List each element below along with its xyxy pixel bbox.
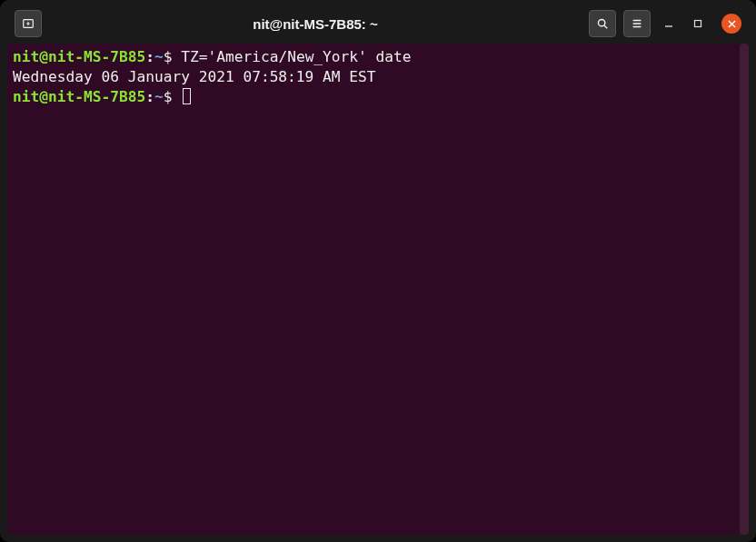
prompt-user-host: nit@nit-MS-7B85 [13,48,145,65]
prompt-user-host: nit@nit-MS-7B85 [13,88,145,105]
command-output: Wednesday 06 January 2021 07:58:19 AM ES… [13,67,743,87]
svg-point-1 [598,19,604,25]
prompt-separator: : [145,48,154,65]
titlebar: nit@nit-MS-7B85: ~ [4,4,752,44]
new-tab-button[interactable] [15,10,42,37]
prompt-symbol: $ [164,48,173,65]
scrollbar[interactable] [740,44,749,535]
prompt-path: ~ [154,88,164,105]
cursor [183,88,191,104]
prompt-line-1: nit@nit-MS-7B85:~$ TZ='America/New_York'… [13,47,743,67]
maximize-button[interactable] [687,13,709,34]
close-button[interactable] [721,14,741,34]
prompt-line-2: nit@nit-MS-7B85:~$ [13,87,743,107]
minimize-button[interactable] [658,13,680,34]
window-title: nit@nit-MS-7B85: ~ [49,16,582,32]
svg-rect-2 [695,21,701,27]
menu-button[interactable] [623,10,651,37]
window-inner: nit@nit-MS-7B85: ~ [4,4,752,538]
prompt-separator: : [145,88,154,105]
command-text: TZ='America/New_York' date [181,48,411,65]
prompt-path: ~ [154,48,164,65]
prompt-symbol: $ [164,88,173,105]
search-button[interactable] [589,10,616,37]
terminal-window: nit@nit-MS-7B85: ~ [0,0,756,542]
terminal-viewport[interactable]: nit@nit-MS-7B85:~$ TZ='America/New_York'… [7,44,749,535]
